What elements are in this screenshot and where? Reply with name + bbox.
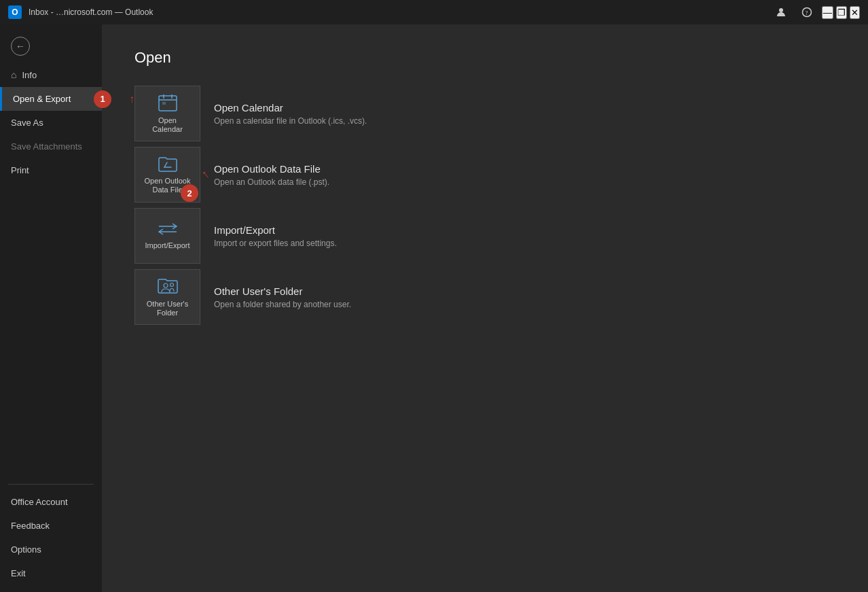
- sidebar-nav: ⌂ Info Open & Export 1 ↑ Save As Save At…: [0, 63, 102, 478]
- sidebar-item-open-export-container: Open & Export 1 ↑: [0, 87, 102, 111]
- option-row-other-users: Other User'sFolder Other User's Folder O…: [134, 269, 835, 325]
- open-calendar-tile[interactable]: OpenCalendar: [134, 86, 200, 141]
- minimize-icon: —: [823, 7, 832, 18]
- sidebar-item-info[interactable]: ⌂ Info: [0, 63, 102, 87]
- other-users-desc: Open a folder shared by another user.: [214, 300, 351, 309]
- sidebar-item-save-attachments[interactable]: Save Attachments: [0, 135, 102, 158]
- sidebar-item-save-as[interactable]: Save As: [0, 111, 102, 135]
- title-bar: O Inbox - …nicrosoft.com — Outlook ? — ❐…: [0, 0, 868, 24]
- close-button[interactable]: ✕: [850, 6, 860, 19]
- badge-2: 2: [181, 184, 198, 202]
- sidebar-item-open-export[interactable]: Open & Export: [0, 87, 102, 111]
- content-area: Open OpenCalendar Open Calendar: [102, 24, 868, 592]
- sidebar-divider: [8, 484, 94, 485]
- sidebar-label-exit: Exit: [11, 568, 26, 578]
- sidebar-label-save-attachments: Save Attachments: [11, 141, 82, 152]
- open-data-info: Open Outlook Data File Open an Outlook d…: [214, 163, 329, 187]
- svg-point-12: [164, 283, 168, 288]
- restore-icon: ❐: [837, 7, 846, 18]
- open-calendar-tile-label: OpenCalendar: [152, 116, 183, 134]
- window-title: Inbox - …nicrosoft.com — Outlook: [29, 7, 153, 17]
- close-icon: ✕: [851, 7, 858, 18]
- title-bar-icons: ?: [769, 0, 819, 24]
- sidebar-item-print[interactable]: Print: [0, 158, 102, 182]
- options-list: OpenCalendar Open Calendar Open a calend…: [134, 86, 835, 325]
- home-icon: ⌂: [11, 69, 16, 80]
- svg-point-13: [170, 283, 173, 286]
- title-bar-left: O Inbox - …nicrosoft.com — Outlook: [8, 5, 153, 19]
- back-button[interactable]: ←: [0, 24, 102, 63]
- sidebar-item-exit[interactable]: Exit: [0, 561, 102, 585]
- open-calendar-title: Open Calendar: [214, 102, 367, 114]
- open-data-title: Open Outlook Data File: [214, 163, 329, 175]
- sidebar-label-open-export: Open & Export: [13, 94, 71, 104]
- other-users-info: Other User's Folder Open a folder shared…: [214, 285, 351, 309]
- sidebar-label-save-as: Save As: [11, 118, 43, 128]
- sidebar: ← ⌂ Info Open & Export 1 ↑ Save As: [0, 24, 102, 592]
- sidebar-label-office-account: Office Account: [11, 497, 68, 507]
- restore-button[interactable]: ❐: [836, 6, 847, 19]
- sidebar-item-feedback[interactable]: Feedback: [0, 514, 102, 538]
- back-icon: ←: [11, 37, 30, 56]
- other-users-tile-label: Other User'sFolder: [147, 300, 188, 317]
- sidebar-label-options: Options: [11, 544, 41, 555]
- sidebar-label-print: Print: [11, 165, 29, 175]
- other-users-tile[interactable]: Other User'sFolder: [134, 269, 200, 325]
- sidebar-item-options[interactable]: Options: [0, 538, 102, 561]
- svg-line-8: [164, 162, 167, 167]
- svg-text:?: ?: [805, 10, 808, 16]
- other-users-icon: [157, 277, 179, 296]
- sidebar-bottom: Office Account Feedback Options Exit: [0, 490, 102, 592]
- open-calendar-desc: Open a calendar file in Outlook (.ics, .…: [214, 116, 367, 126]
- svg-point-0: [779, 8, 783, 12]
- svg-rect-7: [162, 102, 166, 105]
- other-users-title: Other User's Folder: [214, 285, 351, 297]
- import-export-icon: [156, 221, 179, 237]
- import-export-desc: Import or export files and settings.: [214, 239, 337, 248]
- outlook-logo: O: [8, 5, 22, 19]
- help-icon-btn[interactable]: ?: [795, 0, 819, 24]
- calendar-icon: [158, 93, 178, 112]
- minimize-button[interactable]: —: [822, 6, 833, 19]
- sidebar-label-info: Info: [22, 70, 37, 80]
- app-body: ← ⌂ Info Open & Export 1 ↑ Save As: [0, 24, 868, 592]
- option-row-open-calendar: OpenCalendar Open Calendar Open a calend…: [134, 86, 835, 141]
- import-export-tile-label: Import/Export: [145, 241, 189, 250]
- badge-1: 1: [94, 90, 111, 108]
- import-export-tile[interactable]: Import/Export: [134, 208, 200, 264]
- sidebar-item-office-account[interactable]: Office Account: [0, 490, 102, 514]
- folder-icon: [158, 155, 178, 173]
- svg-rect-3: [159, 96, 177, 111]
- option-row-open-data: Open OutlookData File 2 ↑ Open Outlook D…: [134, 147, 835, 203]
- arrow-1: ↑: [129, 93, 134, 105]
- sidebar-label-feedback: Feedback: [11, 521, 50, 531]
- import-export-info: Import/Export Import or export files and…: [214, 224, 337, 248]
- page-title: Open: [134, 49, 835, 67]
- open-data-desc: Open an Outlook data file (.pst).: [214, 177, 329, 187]
- arrow-2: ↑: [198, 167, 212, 182]
- import-export-title: Import/Export: [214, 224, 337, 236]
- people-icon-btn[interactable]: [769, 0, 793, 24]
- open-calendar-info: Open Calendar Open a calendar file in Ou…: [214, 102, 367, 126]
- option-row-import-export: Import/Export Import/Export Import or ex…: [134, 208, 835, 264]
